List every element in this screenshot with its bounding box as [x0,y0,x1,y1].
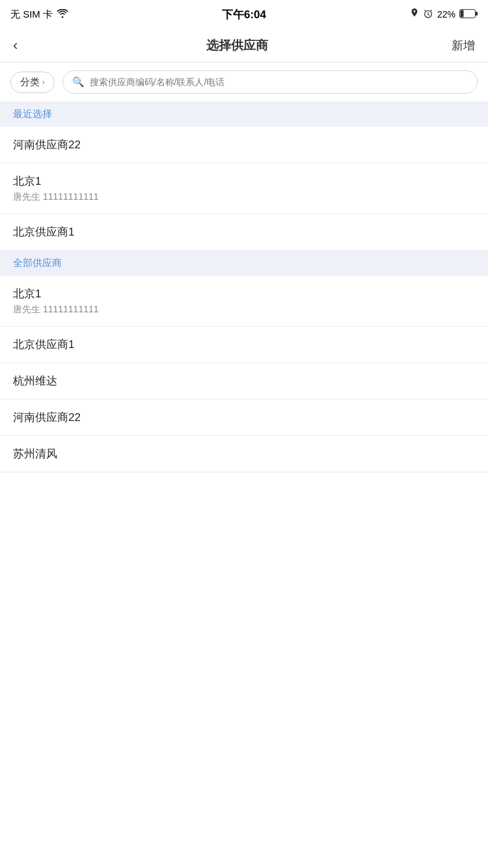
alarm-icon [423,8,433,21]
status-time: 下午6:04 [222,7,266,22]
wifi-icon [57,9,68,20]
search-box[interactable]: 🔍 [62,70,478,94]
status-right: 22% [410,8,478,21]
item-name: 北京供应商1 [13,224,475,239]
item-sub: 唐先生 11111111111 [13,304,475,316]
filter-bar: 分类 › 🔍 [0,62,488,102]
status-bar: 无 SIM 卡 下午6:04 22% [0,0,488,29]
recent-section-header: 最近选择 [0,102,488,127]
svg-rect-3 [476,12,478,16]
item-name: 北京1 [13,286,475,301]
list-item[interactable]: 河南供应商22 [0,400,488,436]
list-item[interactable]: 北京1唐先生 11111111111 [0,163,488,214]
status-left: 无 SIM 卡 [10,8,68,21]
location-icon [410,8,419,21]
recent-items-list: 河南供应商22北京1唐先生 11111111111北京供应商1 [0,127,488,251]
add-button[interactable]: 新增 [452,38,475,53]
carrier-text: 无 SIM 卡 [10,8,53,21]
item-sub: 唐先生 11111111111 [13,191,475,203]
nav-bar: ‹ 选择供应商 新增 [0,29,488,62]
all-section-label: 全部供应商 [13,257,62,268]
item-name: 河南供应商22 [13,410,475,425]
battery-icon [459,9,478,20]
list-item[interactable]: 北京供应商1 [0,214,488,251]
category-label: 分类 [20,76,40,88]
back-button[interactable]: ‹ [13,34,23,57]
recent-section-label: 最近选择 [13,108,52,119]
chevron-right-icon: › [42,78,45,86]
svg-rect-2 [461,10,464,17]
list-item[interactable]: 河南供应商22 [0,127,488,163]
all-items-list: 北京1唐先生 11111111111北京供应商1杭州维达河南供应商22苏州清风 [0,276,488,472]
item-name: 北京1 [13,174,475,189]
search-input[interactable] [90,77,468,87]
list-item[interactable]: 北京供应商1 [0,327,488,363]
item-name: 河南供应商22 [13,137,475,152]
item-name: 杭州维达 [13,373,475,388]
search-icon: 🔍 [72,76,85,88]
battery-text: 22% [437,9,455,20]
list-item[interactable]: 苏州清风 [0,436,488,472]
page-title: 选择供应商 [206,37,268,54]
list-item[interactable]: 北京1唐先生 11111111111 [0,276,488,327]
all-section-header: 全部供应商 [0,251,488,276]
category-button[interactable]: 分类 › [10,72,55,93]
item-name: 北京供应商1 [13,337,475,352]
list-item[interactable]: 杭州维达 [0,363,488,400]
item-name: 苏州清风 [13,446,475,461]
